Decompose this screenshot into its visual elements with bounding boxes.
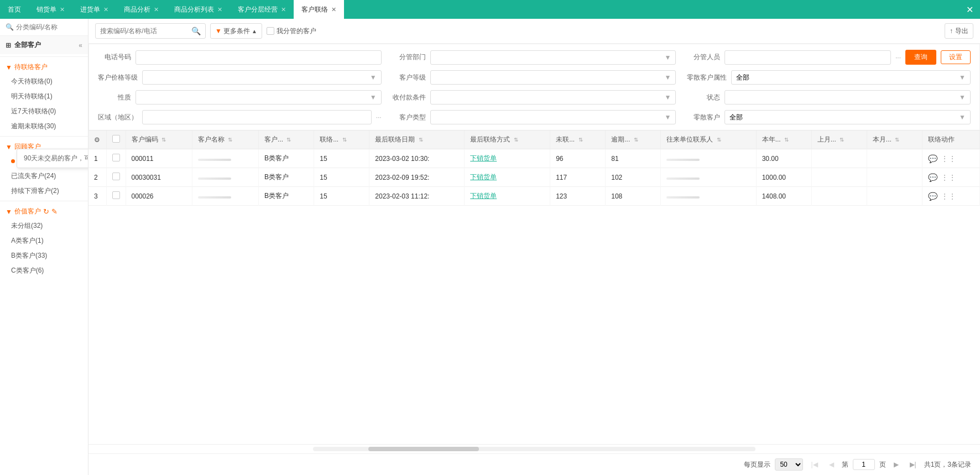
cell-checkbox[interactable] [106, 149, 126, 168]
filter-dept-select[interactable]: ▼ [430, 50, 676, 65]
sidebar-item-tomorrow[interactable]: 明天待联络(1) [0, 89, 88, 104]
select-all-checkbox[interactable] [112, 135, 120, 143]
tab-customer-segment-close[interactable]: ✕ [281, 6, 286, 13]
search-button[interactable]: 🔍 [191, 27, 201, 35]
row-checkbox[interactable] [112, 154, 120, 161]
value-group-edit-icon[interactable]: ✎ [51, 207, 58, 216]
action-more-icon[interactable]: ⋮⋮ [941, 154, 956, 163]
query-button[interactable]: 查询 [905, 50, 936, 65]
tab-analysis[interactable]: 商品分析 ✕ [116, 0, 166, 19]
export-button[interactable]: ↑ 导出 [945, 23, 973, 39]
cell-last-way[interactable]: 下销货单 [465, 187, 550, 206]
last-way-link[interactable]: 下销货单 [470, 192, 497, 200]
sidebar-all-customers[interactable]: ⊞ 全部客户 « [0, 36, 88, 54]
sidebar-item-class-b[interactable]: B类客户(33) [0, 248, 88, 263]
tab-home[interactable]: 首页 [0, 0, 29, 19]
scrollbar-track[interactable] [313, 447, 755, 451]
row-checkbox[interactable] [112, 173, 120, 180]
tab-customer-contact-close[interactable]: ✕ [331, 6, 336, 13]
per-page-select[interactable]: 50 100 200 [775, 458, 803, 471]
tab-analysis-list[interactable]: 商品分析列表 ✕ [166, 0, 230, 19]
sidebar-item-class-c[interactable]: C类客户(6) [0, 263, 88, 278]
col-this-year-sort-icon[interactable]: ⇅ [784, 137, 789, 143]
sidebar-search-input[interactable] [16, 23, 88, 31]
sidebar-item-ungroup[interactable]: 未分组(32) [0, 218, 88, 233]
action-chat-icon[interactable]: 💬 [928, 173, 937, 182]
sidebar-item-declining[interactable]: 持续下滑客户(2) [0, 184, 88, 199]
col-last-way-sort-icon[interactable]: ⇅ [514, 137, 518, 143]
pagination-nav-last[interactable]: ▶| [906, 460, 920, 469]
more-conditions-button[interactable]: ▼ 更多条件 ▲ [210, 23, 262, 39]
tab-analysis-close[interactable]: ✕ [154, 6, 159, 13]
settings-button[interactable]: 设置 [941, 50, 971, 64]
action-more-icon[interactable]: ⋮⋮ [941, 192, 956, 201]
last-way-link[interactable]: 下销货单 [470, 173, 497, 181]
col-contact-sort-icon[interactable]: ⇅ [342, 137, 347, 143]
sidebar-item-churn-warning[interactable]: 流失预警客户(3) [0, 154, 88, 169]
filter-zero-customer-label: 零散客户 [687, 113, 720, 122]
sidebar-collapse-icon[interactable]: « [79, 41, 82, 49]
tab-purchase[interactable]: 进货单 ✕ [72, 0, 116, 19]
pagination-page-input[interactable] [853, 459, 875, 470]
col-code-sort-icon[interactable]: ⇅ [161, 137, 166, 143]
action-chat-icon[interactable]: 💬 [928, 192, 937, 201]
tab-customer-contact[interactable]: 客户联络 ✕ [294, 0, 344, 19]
value-group-refresh-icon[interactable]: ↻ [43, 207, 49, 216]
filter-zero-attr-select[interactable]: 全部 ▼ [731, 70, 971, 85]
close-all-tabs-button[interactable]: ✕ [960, 4, 980, 15]
cell-checkbox[interactable] [106, 187, 126, 206]
col-last-month-sort-icon[interactable]: ⇅ [840, 137, 844, 143]
all-customers-label: 全部客户 [14, 40, 41, 50]
row-checkbox[interactable] [112, 191, 120, 199]
filter-nature-select[interactable]: ▼ [135, 90, 382, 105]
col-checkbox[interactable] [106, 131, 126, 149]
sidebar-group-review[interactable]: ▼ 回顾客户 90天未交易的客户，可能有流失风险。 [0, 139, 88, 154]
col-not-contacted-sort-icon[interactable]: ⇅ [578, 137, 583, 143]
search-input[interactable] [100, 27, 191, 35]
table-row: 1 000011 B类客户 15 2023-03-02 10:30: 下销货单 … [88, 149, 980, 168]
filter-customer-level-select[interactable]: ▼ [430, 70, 676, 85]
cell-last-way[interactable]: 下销货单 [465, 149, 550, 168]
sidebar-item-today[interactable]: 今天待联络(0) [0, 74, 88, 89]
col-this-month-sort-icon[interactable]: ⇅ [895, 137, 899, 143]
my-customers-toggle[interactable]: 我分管的客户 [267, 27, 316, 36]
col-unit-contact-sort-icon[interactable]: ⇅ [717, 137, 721, 143]
cell-last-way[interactable]: 下销货单 [465, 168, 550, 187]
col-last-date-sort-icon[interactable]: ⇅ [419, 137, 423, 143]
my-customers-checkbox[interactable] [267, 27, 274, 35]
col-type-sort-icon[interactable]: ⇅ [286, 137, 291, 143]
tab-sales-close[interactable]: ✕ [60, 6, 65, 13]
filter-manager-input[interactable] [724, 50, 891, 65]
filter-customer-type-select[interactable]: ▼ [430, 110, 676, 124]
tab-analysis-list-close[interactable]: ✕ [217, 6, 222, 13]
cell-checkbox[interactable] [106, 168, 126, 187]
filter-status-select[interactable]: ▼ [724, 90, 971, 105]
tab-sales[interactable]: 销货单 ✕ [29, 0, 72, 19]
col-overdue-sort-icon[interactable]: ⇅ [634, 137, 638, 143]
filter-phone-input[interactable] [135, 50, 382, 65]
last-way-link[interactable]: 下销货单 [470, 154, 497, 162]
sidebar-item-overdue[interactable]: 逾期未联络(30) [0, 119, 88, 134]
filter-zero-customer-select[interactable]: 全部 ▼ [724, 110, 971, 124]
filter-region-more-icon[interactable]: ··· [376, 113, 382, 121]
scrollbar-thumb[interactable] [368, 447, 479, 451]
filter-manager-more-icon[interactable]: ··· [895, 54, 901, 61]
action-chat-icon[interactable]: 💬 [928, 154, 937, 163]
pagination-nav-first[interactable]: |◀ [807, 460, 821, 469]
col-name-sort-icon[interactable]: ⇅ [228, 137, 232, 143]
sidebar-group-pending[interactable]: ▼ 待联络客户 [0, 59, 88, 74]
action-more-icon[interactable]: ⋮⋮ [941, 173, 956, 182]
pagination-nav-prev[interactable]: ◀ [826, 460, 837, 469]
col-settings[interactable]: ⚙ [88, 131, 106, 149]
sidebar-item-class-a[interactable]: A类客户(1) [0, 233, 88, 248]
sidebar-item-churned[interactable]: 已流失客户(24) [0, 169, 88, 184]
filter-region-input[interactable] [142, 110, 372, 124]
filter-payment-select[interactable]: ▼ [430, 90, 676, 105]
tab-purchase-close[interactable]: ✕ [103, 6, 108, 13]
sidebar-item-7days[interactable]: 近7天待联络(0) [0, 104, 88, 119]
pagination-nav-next[interactable]: ▶ [890, 460, 902, 469]
tab-customer-segment[interactable]: 客户分层经营 ✕ [230, 0, 294, 19]
horizontal-scrollbar[interactable] [88, 444, 980, 453]
filter-price-level-select[interactable]: ▼ [142, 70, 382, 85]
sidebar-group-value[interactable]: ▼ 价值客户 ↻ ✎ [0, 203, 88, 218]
